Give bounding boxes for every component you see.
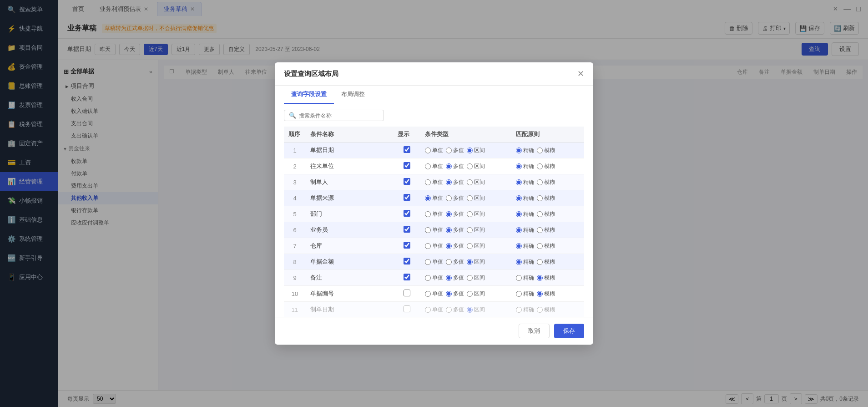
modal-search-input[interactable]	[299, 112, 379, 119]
radio-single-label[interactable]: 单值	[425, 306, 443, 314]
radio-multi-label[interactable]: 多值	[446, 194, 464, 202]
radio-multi-label[interactable]: 多值	[446, 178, 464, 186]
row-show[interactable]	[393, 222, 420, 238]
radio-range-label[interactable]: 区间	[467, 242, 485, 250]
radio-multi-label[interactable]: 多值	[446, 163, 464, 170]
radio-fuzzy-label[interactable]: 模糊	[537, 210, 555, 218]
row-order: 6	[284, 222, 306, 238]
radio-single-label[interactable]: 单值	[425, 178, 443, 186]
radio-exact-label[interactable]: 精确	[516, 194, 534, 202]
radio-fuzzy-label[interactable]: 模糊	[537, 226, 555, 234]
modal-save-btn[interactable]: 保存	[554, 324, 584, 338]
table-row: 2 往来单位 单值 多值 区间 精确 模糊	[284, 158, 584, 174]
row-order: 9	[284, 270, 306, 286]
row-type: 单值 多值 区间	[420, 190, 511, 206]
radio-multi-label[interactable]: 多值	[446, 290, 464, 298]
row-type: 单值 多值 区间	[420, 158, 511, 174]
radio-single-label[interactable]: 单值	[425, 210, 443, 218]
radio-range-label[interactable]: 区间	[467, 147, 485, 154]
radio-multi-label[interactable]: 多值	[446, 242, 464, 250]
radio-range-label[interactable]: 区间	[467, 290, 485, 298]
table-row: 11 制单日期 单值 多值 区间 精确 模糊	[284, 302, 584, 317]
radio-fuzzy-label[interactable]: 模糊	[537, 290, 555, 298]
radio-fuzzy-label[interactable]: 模糊	[537, 147, 555, 154]
radio-exact-label[interactable]: 精确	[516, 147, 534, 154]
radio-exact-label[interactable]: 精确	[516, 226, 534, 234]
radio-range-label[interactable]: 区间	[467, 306, 485, 314]
modal-footer: 取消 保存	[275, 317, 593, 345]
row-show[interactable]	[393, 238, 420, 254]
radio-fuzzy-label[interactable]: 模糊	[537, 163, 555, 170]
row-show[interactable]	[393, 302, 420, 317]
row-name: 部门	[306, 206, 393, 222]
radio-single-label[interactable]: 单值	[425, 274, 443, 282]
row-show[interactable]	[393, 206, 420, 222]
radio-fuzzy-label[interactable]: 模糊	[537, 274, 555, 282]
row-match: 精确 模糊	[511, 142, 584, 158]
radio-range-label[interactable]: 区间	[467, 258, 485, 266]
row-name: 单据编号	[306, 286, 393, 302]
radio-range-label[interactable]: 区间	[467, 226, 485, 234]
radio-fuzzy-label[interactable]: 模糊	[537, 242, 555, 250]
radio-single-label[interactable]: 单值	[425, 163, 443, 170]
radio-single-label[interactable]: 单值	[425, 147, 443, 154]
row-show[interactable]	[393, 158, 420, 174]
modal-tabs: 查询字段设置 布局调整	[275, 86, 593, 104]
radio-range-label[interactable]: 区间	[467, 178, 485, 186]
radio-multi-label[interactable]: 多值	[446, 210, 464, 218]
radio-single-label[interactable]: 单值	[425, 194, 443, 202]
row-show[interactable]	[393, 142, 420, 158]
modal-cancel-btn[interactable]: 取消	[519, 324, 550, 338]
row-type: 单值 多值 区间	[420, 206, 511, 222]
radio-exact-label[interactable]: 精确	[516, 242, 534, 250]
radio-single-label[interactable]: 单值	[425, 226, 443, 234]
radio-fuzzy-label[interactable]: 模糊	[537, 306, 555, 314]
radio-single-label[interactable]: 单值	[425, 290, 443, 298]
row-name: 制单日期	[306, 302, 393, 317]
row-order: 7	[284, 238, 306, 254]
row-order: 4	[284, 190, 306, 206]
radio-fuzzy-label[interactable]: 模糊	[537, 178, 555, 186]
row-show[interactable]	[393, 190, 420, 206]
row-match: 精确 模糊	[511, 174, 584, 190]
radio-range-label[interactable]: 区间	[467, 274, 485, 282]
row-type: 单值 多值 区间	[420, 238, 511, 254]
radio-fuzzy-label[interactable]: 模糊	[537, 258, 555, 266]
radio-fuzzy-label[interactable]: 模糊	[537, 194, 555, 202]
radio-exact-label[interactable]: 精确	[516, 258, 534, 266]
radio-exact-label[interactable]: 精确	[516, 274, 534, 282]
radio-exact-label[interactable]: 精确	[516, 163, 534, 170]
row-name: 备注	[306, 270, 393, 286]
radio-single-label[interactable]: 单值	[425, 242, 443, 250]
radio-exact-label[interactable]: 精确	[516, 290, 534, 298]
row-show[interactable]	[393, 286, 420, 302]
modal-table: 顺序 条件名称 显示 条件类型 匹配原则 1 单据日期 单值 多值 区间	[284, 127, 584, 317]
radio-exact-label[interactable]: 精确	[516, 178, 534, 186]
row-show[interactable]	[393, 174, 420, 190]
row-name: 往来单位	[306, 158, 393, 174]
radio-range-label[interactable]: 区间	[467, 163, 485, 170]
table-row: 1 单据日期 单值 多值 区间 精确 模糊	[284, 142, 584, 158]
radio-multi-label[interactable]: 多值	[446, 274, 464, 282]
radio-exact-label[interactable]: 精确	[516, 210, 534, 218]
row-order: 10	[284, 286, 306, 302]
radio-single-label[interactable]: 单值	[425, 258, 443, 266]
modal-close-btn[interactable]: ✕	[577, 69, 584, 79]
col-header-match: 匹配原则	[511, 127, 584, 142]
radio-multi-label[interactable]: 多值	[446, 226, 464, 234]
radio-range-label[interactable]: 区间	[467, 194, 485, 202]
radio-multi-label[interactable]: 多值	[446, 147, 464, 154]
row-show[interactable]	[393, 254, 420, 270]
row-show[interactable]	[393, 270, 420, 286]
modal-tab-layout[interactable]: 布局调整	[334, 86, 372, 104]
row-match: 精确 模糊	[511, 190, 584, 206]
row-type: 单值 多值 区间	[420, 142, 511, 158]
table-row: 9 备注 单值 多值 区间 精确 模糊	[284, 270, 584, 286]
row-order: 11	[284, 302, 306, 317]
modal-tab-field-settings[interactable]: 查询字段设置	[284, 86, 334, 104]
radio-multi-label[interactable]: 多值	[446, 306, 464, 314]
radio-multi-label[interactable]: 多值	[446, 258, 464, 266]
radio-exact-label[interactable]: 精确	[516, 306, 534, 314]
modal-search-area: 🔍	[275, 104, 593, 127]
radio-range-label[interactable]: 区间	[467, 210, 485, 218]
